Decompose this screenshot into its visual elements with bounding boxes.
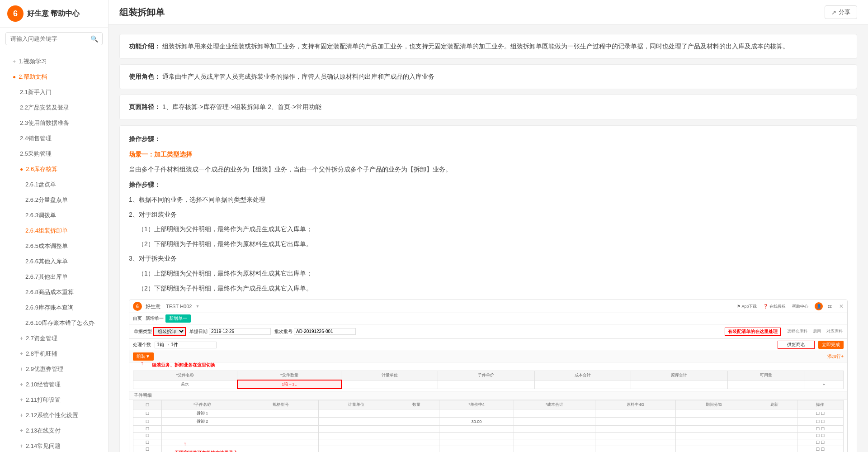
mock-th2-4: 数量 (394, 400, 439, 409)
search-icon: 🔍 (90, 35, 98, 43)
mock-t2r1-name: 拆卸 1 (162, 409, 243, 418)
mock-table2-row6: ☐☐ ☐ (133, 446, 844, 452)
step1: 1、根据不同的业务，选择不同单据的类型来处理 (129, 194, 848, 206)
arrow2: ↑ (141, 360, 143, 366)
mock-app-header: 6 好生意 TEST-H002 ▼ ⚑ App下载 ❓ 在线授权 帮助中心 👤 … (129, 300, 847, 313)
mock-select-type[interactable]: 组装拆卸 (153, 327, 186, 336)
mock-username: cc (828, 304, 832, 309)
path-text: 1、库存核算->库存管理->组装拆卸单 2、首页->常用功能 (162, 103, 321, 110)
mock-input-batch[interactable] (294, 328, 356, 335)
sidebar-item-stock-check[interactable]: 2.6.9库存账本查询 (0, 300, 108, 315)
step2-1: （1）上部明细为父件明细，最终作为产成品生成其它入库单； (129, 223, 848, 235)
search-box[interactable]: 🔍 (0, 28, 108, 50)
plus4-icon: + (20, 366, 23, 372)
sidebar-item-split-stock[interactable]: 2.6.2分量盘点单 (0, 192, 108, 208)
mock-th2-9: 刷新 (752, 400, 797, 409)
mock-td1-ops: ＋ (805, 380, 844, 389)
sidebar-header: 6 好生意 帮助中心 (0, 0, 108, 28)
mock-form-row2: 处理个数 供货商名 立即完成 (129, 339, 847, 351)
mock-nav-btn1: 远程仓库料 (787, 328, 807, 334)
mock-app: 6 好生意 TEST-H002 ▼ ⚑ App下载 ❓ 在线授权 帮助中心 👤 … (129, 300, 847, 452)
sidebar-item-cost-adj[interactable]: 2.6.5成本调整单 (0, 238, 108, 254)
sidebar-item-data[interactable]: 2.3使用前数据准备 (0, 115, 108, 131)
mock-company: 好生意 (146, 303, 160, 310)
mock-td1-avail (727, 380, 805, 389)
intro-card: 功能介绍： 组装拆卸单用来处理企业组装或拆卸等加工业务，支持有固定装配清单的产品… (119, 34, 857, 59)
sidebar-item-other-out[interactable]: 2.6.7其他出库单 (0, 269, 108, 285)
mock-th1-7: 可用量 (727, 371, 805, 381)
mock-topnav2: ❓ 在线授权 (763, 304, 786, 309)
sidebar-item-inventory[interactable]: ● 2.6库存核算 (0, 162, 108, 177)
plus2-icon: + (20, 335, 23, 342)
path-card: 页面路径： 1、库存核算->库存管理->组装拆卸单 2、首页->常用功能 (119, 95, 857, 119)
mock-th2-2: 规格型号 (243, 400, 318, 409)
mock-form-area: 单据类型 组装拆卸 单据日期 批次批号 (129, 324, 847, 339)
mock-table1: *父件名称 *父件数量 计量单位 子件单价 成本合计 原库合计 可用量 (133, 371, 844, 389)
sidebar-item-install[interactable]: 2.2产品安装及登录 (0, 100, 108, 115)
screenshot-container: 6 好生意 TEST-H002 ▼ ⚑ App下载 ❓ 在线授权 帮助中心 👤 … (129, 300, 848, 452)
sidebar-item-new[interactable]: 2.1新手入门 (0, 85, 108, 100)
sidebar-item-faq[interactable]: + 2.14常见问题 (0, 438, 108, 452)
sidebar-item-print[interactable]: + 2.11打印设置 (0, 392, 108, 408)
mock-th1-8 (805, 371, 844, 381)
mock-search-placeholder: 供货商名 (787, 342, 805, 347)
sidebar-item-assembly[interactable]: 2.6.4组装拆卸单 (0, 223, 108, 238)
sidebar: 6 好生意 帮助中心 🔍 + 1.视频学习 ● 2.帮助文档 2.1新手入门 2… (0, 0, 108, 452)
circle-icon2: ● (20, 166, 23, 172)
top-bar: 组装拆卸单 ↗ 分享 (108, 0, 868, 25)
mock-th1-2: *父件数量 (237, 371, 341, 381)
mock-nav-btn2: 启用 (813, 328, 821, 334)
mock-th1-1: *父件名称 (133, 371, 237, 381)
sidebar-item-other-in[interactable]: 2.6.6其他入库单 (0, 254, 108, 269)
mock-table2: ☐ *子件名称 规格型号 计量单位 数量 *单价中4 *成本合计 原料中4G 期… (133, 400, 844, 452)
mock-logo: 6 (133, 302, 142, 311)
mock-input-count[interactable] (155, 342, 217, 348)
nav-list: + 1.视频学习 ● 2.帮助文档 2.1新手入门 2.2产品安装及登录 2.3… (0, 50, 108, 452)
sidebar-item-stock-err[interactable]: 2.6.10库存账本错了怎么办 (0, 315, 108, 331)
mock-th1-5: 成本合计 (534, 371, 631, 381)
sidebar-item-stock-take[interactable]: 2.6.1盘点单 (0, 177, 108, 192)
sidebar-item-goods-cost[interactable]: 2.6.8商品成本重算 (0, 285, 108, 300)
sidebar-item-payment[interactable]: + 2.13在线支付 (0, 423, 108, 438)
sidebar-item-sales[interactable]: 2.4销售管理 (0, 131, 108, 146)
mock-td1-unit (341, 380, 438, 389)
sidebar-item-customize[interactable]: + 2.12系统个性化设置 (0, 408, 108, 423)
mock-th1-6: 原库合计 (631, 371, 728, 381)
mock-field-type: 单据类型 组装拆卸 (134, 327, 186, 336)
sidebar-item-purchase[interactable]: 2.5采购管理 (0, 146, 108, 162)
app-title: 好生意 帮助中心 (27, 9, 80, 19)
sidebar-item-coupon[interactable]: + 2.9优惠券管理 (0, 362, 108, 377)
sidebar-item-ops[interactable]: + 2.10经营管理 (0, 377, 108, 392)
search-input[interactable] (5, 32, 103, 45)
mock-th2-7: 原料中4G (595, 400, 675, 409)
mock-table2-row1: ☐ 拆卸 1 ☐ ☐ (133, 409, 844, 418)
sidebar-item-adjust[interactable]: 2.6.3调拨单 (0, 208, 108, 223)
mock-th2-10: 操作 (797, 400, 843, 409)
mock-label-batch: 批次批号 (274, 328, 292, 335)
mock-label-count: 处理个数 (133, 342, 151, 348)
scene-title: 场景一：加工类型选择 (129, 148, 848, 161)
mock-nav-new: 新增单一 (146, 315, 164, 322)
mock-th2-1: *子件名称 (162, 400, 243, 409)
plus6-icon: + (20, 397, 23, 403)
plus8-icon: + (20, 428, 23, 434)
mock-td1-price (438, 380, 535, 389)
share-button[interactable]: ↗ 分享 (825, 5, 857, 19)
mock-table2-row5: ☐☐ ☐ (133, 439, 844, 446)
app-logo: 6 (7, 5, 24, 22)
sidebar-item-mobile[interactable]: + 2.8手机旺辅 (0, 346, 108, 362)
sidebar-item-finance[interactable]: + 2.7资金管理 (0, 331, 108, 346)
mock-toolbar-wrapper: 组装▼ 添加行+ 组装业务、拆卸业务在这里切换 ↑ (129, 351, 847, 362)
intro-text: 组装拆卸单用来处理企业组装或拆卸等加工业务，支持有固定装配清单的产品加工业务，也… (162, 43, 789, 50)
annotation2-label: 组装业务、拆卸业务在这里切换 (152, 362, 215, 368)
plus7-icon: + (20, 412, 23, 419)
mock-th1-4: 子件单价 (438, 371, 535, 381)
mock-table2-wrapper: ☐ *子件名称 规格型号 计量单位 数量 *单价中4 *成本合计 原料中4G 期… (129, 400, 847, 452)
sidebar-item-video[interactable]: + 1.视频学习 (0, 54, 108, 69)
mock-btn-assembly[interactable]: 组装▼ (133, 352, 154, 361)
plus9-icon: + (20, 443, 23, 449)
sidebar-item-docs[interactable]: ● 2.帮助文档 (0, 69, 108, 85)
mock-input-date[interactable] (209, 328, 271, 335)
mock-form-area-wrapper: 单据类型 组装拆卸 单据日期 批次批号 (129, 324, 847, 339)
mock-btn-apply[interactable]: 立即完成 (818, 341, 844, 349)
